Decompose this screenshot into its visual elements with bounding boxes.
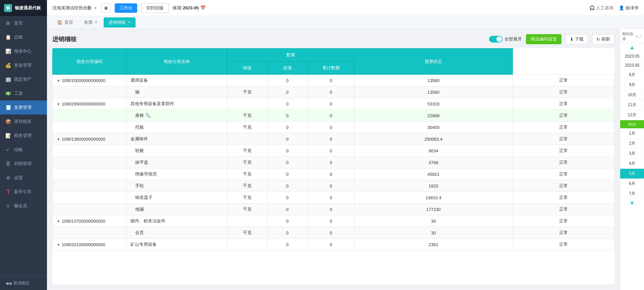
- download-label: 下载: [575, 36, 584, 42]
- tab-首页[interactable]: 🏠首页: [52, 17, 78, 27]
- sidebar-item-assets[interactable]: 🏢固定资产: [0, 72, 47, 86]
- cell-unit: 千克: [227, 180, 267, 192]
- cell-status: 正常: [513, 168, 614, 180]
- table-row: ▼109013700000000000 锻件、粉末冶金件 0 0 30 正常: [53, 215, 614, 227]
- save-button[interactable]: ▣: [101, 3, 111, 13]
- cell-total: 53318: [355, 98, 513, 110]
- period-item-5月[interactable]: 5月: [620, 169, 644, 179]
- cell-unit: [227, 239, 267, 250]
- period-item-3月[interactable]: 3月: [620, 149, 644, 159]
- service-button[interactable]: 🎧 人工咨询: [589, 5, 613, 11]
- company-selector[interactable]: 沈海英测试经营勿删 ▼: [52, 5, 97, 11]
- period-item-1月[interactable]: 1月: [620, 129, 644, 139]
- service-label: 人工咨询: [596, 5, 613, 11]
- period-item-8月[interactable]: 8月: [620, 70, 644, 80]
- cell-total: 45821: [355, 168, 513, 180]
- period-item-7月[interactable]: 7月: [620, 189, 644, 199]
- headset-icon: 🎧: [589, 5, 595, 10]
- expand-icon[interactable]: ▼: [57, 137, 60, 141]
- tab-进销稽核[interactable]: 进销稽核✕: [104, 17, 136, 27]
- panel-expand-icon[interactable]: ⤢: [639, 34, 642, 39]
- sidebar-item-payroll[interactable]: 💵工资: [0, 86, 47, 100]
- user-menu[interactable]: 👤 徐泽华: [619, 5, 639, 11]
- cell-sales: 0: [267, 239, 308, 250]
- cell-code: ▼109013600000000000: [53, 133, 126, 145]
- invoice-icon: 🧾: [5, 105, 11, 110]
- table-row: 轮毂 千克 0 0 6634 正常: [53, 145, 614, 157]
- cell-name: 轮毂: [126, 145, 227, 157]
- cell-code: [53, 86, 126, 98]
- panel-title: 期间选择: [622, 31, 635, 42]
- cell-sales: 0: [267, 157, 308, 168]
- sidebar-item-invoice[interactable]: 🧾发票管理: [0, 100, 47, 115]
- expand-icon[interactable]: ▼: [57, 219, 60, 223]
- period-item-2023.05[interactable]: 2023.05: [620, 52, 644, 61]
- search-icon[interactable]: 🔍: [145, 113, 151, 118]
- cell-name: 合页: [126, 227, 227, 239]
- period-item-2月[interactable]: 2月: [620, 139, 644, 149]
- cell-code: [53, 145, 126, 157]
- sidebar-item-archive[interactable]: 🗄归档管理: [0, 157, 47, 171]
- settle-icon: ✓: [5, 147, 11, 152]
- sidebar-item-report[interactable]: 📊报表中心: [0, 44, 47, 58]
- period-item-11月[interactable]: 11月: [620, 100, 644, 110]
- panel-nav-down[interactable]: ▼: [620, 199, 644, 208]
- cell-code: [53, 157, 126, 168]
- cell-status: 正常: [513, 180, 614, 192]
- cell-status: 正常: [513, 98, 614, 110]
- logo-icon: 畅: [4, 4, 12, 12]
- tab-close-icon[interactable]: ✕: [128, 20, 131, 24]
- cell-sales: 0: [267, 227, 308, 239]
- cell-unit: 千克: [227, 192, 267, 204]
- col-tax-name: 税收分类名称: [126, 49, 227, 75]
- expand-icon[interactable]: ▼: [57, 102, 60, 106]
- period-item-12月[interactable]: 12月: [620, 110, 644, 120]
- sidebar-item-member[interactable]: V畅会员: [0, 199, 47, 213]
- product-code-button[interactable]: 商品编码设置: [526, 34, 561, 44]
- cell-status: 正常: [513, 227, 614, 239]
- tax-icon: 📝: [5, 133, 11, 138]
- sidebar-footer[interactable]: ◀◀ 取消固定: [0, 276, 47, 290]
- sidebar-item-ledger[interactable]: 📋总账: [0, 30, 47, 44]
- tab-发票[interactable]: 发票✕: [79, 17, 102, 27]
- cell-purchase: 0: [308, 215, 355, 227]
- sidebar-item-settle[interactable]: ✓结账: [0, 143, 47, 157]
- cell-name: 矿山专用设备: [126, 239, 227, 250]
- header-actions: 全部展开 商品编码设置 ⬇ 下载 ↻ 刷新: [489, 34, 614, 44]
- period-item-6月[interactable]: 6月: [620, 179, 644, 189]
- expand-icon[interactable]: ▼: [57, 243, 60, 247]
- sidebar-item-home[interactable]: ⊞首页: [0, 16, 47, 30]
- period-value: 2023-05: [183, 5, 199, 10]
- username: 徐泽华: [626, 5, 639, 11]
- cell-status: 正常: [513, 239, 614, 250]
- toggle-switch[interactable]: [489, 36, 502, 43]
- cell-total: 14810.4: [355, 192, 513, 204]
- cell-code: [53, 192, 126, 204]
- sidebar-item-fund[interactable]: 💰资金管理: [0, 58, 47, 72]
- table-row: 轴 千克 0 0 13560 正常: [53, 86, 614, 98]
- sidebar-item-tax[interactable]: 📝税务管理: [0, 129, 47, 143]
- panel-close-icon[interactable]: ✕: [635, 34, 638, 39]
- switch-version-button[interactable]: 切到旧版: [141, 3, 169, 13]
- panel-nav-up[interactable]: ▲: [620, 43, 644, 52]
- period-item-4月[interactable]: 4月: [620, 159, 644, 169]
- workbench-button[interactable]: 工作台: [115, 3, 137, 13]
- period-item-2023[interactable]: 2023: [620, 120, 644, 129]
- period-selector[interactable]: 账期 2023-05 📅: [173, 5, 206, 11]
- expand-all-toggle[interactable]: 全部展开: [489, 36, 522, 43]
- cell-name: 铸造盖子: [126, 192, 227, 204]
- period-item-9月[interactable]: 9月: [620, 80, 644, 90]
- sidebar-item-inventory[interactable]: 📦库存核算: [0, 115, 47, 129]
- sidebar-item-guide[interactable]: ❓新手引导: [0, 185, 47, 199]
- period-item-10月[interactable]: 10月: [620, 90, 644, 100]
- col-status: 预警状态: [355, 49, 513, 75]
- expand-icon[interactable]: ▼: [57, 79, 60, 83]
- download-button[interactable]: ⬇ 下载: [566, 34, 588, 44]
- cell-status: 正常: [513, 75, 614, 86]
- tab-close-icon[interactable]: ✕: [95, 20, 98, 24]
- table-row: 地漏 千克 0 0 177230 正常: [53, 204, 614, 215]
- sidebar-item-settings[interactable]: ⚙设置: [0, 171, 47, 185]
- period-item-2023.05[interactable]: 2023.05: [620, 61, 644, 70]
- cell-name: 托板: [126, 122, 227, 133]
- refresh-button[interactable]: ↻ 刷新: [592, 34, 614, 44]
